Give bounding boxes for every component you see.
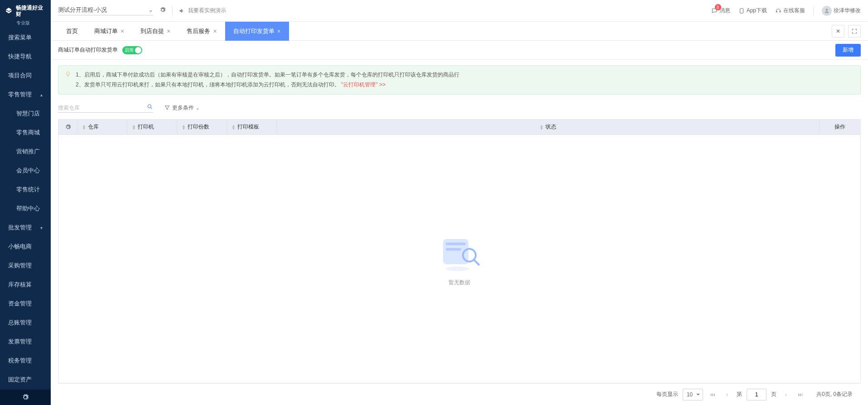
column-header[interactable]: ▲▼状态 (277, 119, 820, 134)
new-button[interactable]: 新增 (835, 44, 861, 57)
sidebar-item[interactable]: 小畅电商 (0, 237, 51, 256)
svg-rect-4 (446, 248, 461, 251)
empty-text: 暂无数据 (448, 279, 470, 286)
sidebar-item[interactable]: 批发管理▾ (0, 218, 51, 237)
sidebar-item[interactable]: 零售统计 (0, 180, 51, 199)
last-page-button[interactable]: ⏭ (796, 390, 805, 400)
close-icon[interactable]: × (213, 28, 217, 35)
brand-edition: 专业版 (0, 20, 51, 26)
info-banner: 1、启用后，商城下单付款成功后（如果有审核是在审核之后），自动打印发货单。如果一… (58, 65, 861, 95)
search-icon[interactable] (147, 104, 153, 111)
sidebar-item[interactable]: 智慧门店 (0, 104, 51, 123)
data-table: ▲▼仓库 ▲▼打印机 ▲▼打印份数 ▲▼打印模板 ▲▼状态 操作 (58, 119, 861, 383)
column-settings-button[interactable] (58, 119, 77, 134)
page-summary: 共0页, 0条记录 (816, 391, 853, 398)
app-download-button[interactable]: App下载 (738, 7, 767, 14)
close-icon[interactable]: × (167, 28, 170, 35)
column-header[interactable]: ▲▼打印模板 (227, 119, 277, 134)
svg-rect-3 (446, 243, 466, 245)
message-badge: 8 (715, 4, 721, 10)
avatar (822, 6, 832, 16)
page-input[interactable] (747, 389, 767, 400)
user-menu[interactable]: 徐泽华修改 (822, 6, 861, 16)
main-area: 测试分开流程-小况 ⌄ 我要看实例演示 8 消息 App下载 (51, 0, 868, 405)
expand-icon (851, 28, 858, 34)
workspace-settings-button[interactable] (159, 7, 166, 14)
notice-line-2: 2、发货单只可用云打印机来打，如果只有本地打印机，须将本地打印机添加为云打印机，… (76, 80, 459, 90)
page-toolbar: 商城订单自动打印发货单 启用 新增 (51, 41, 868, 60)
table-body-empty: 暂无数据 (58, 135, 860, 383)
per-page-label: 每页显示 (656, 391, 678, 398)
tab[interactable]: 售后服务× (178, 22, 225, 41)
chevron-down-icon: ⌄ (196, 105, 199, 110)
sidebar-item[interactable]: 快捷导航 (0, 47, 51, 66)
gear-icon (22, 394, 29, 401)
sidebar-settings-button[interactable] (0, 390, 51, 405)
prev-page-button[interactable]: ‹ (722, 390, 732, 400)
column-header-action: 操作 (820, 119, 860, 134)
first-page-button[interactable]: ⏮ (708, 390, 718, 400)
svg-point-1 (148, 105, 151, 108)
bulb-icon (65, 71, 71, 77)
close-icon[interactable]: × (277, 28, 281, 35)
svg-rect-0 (740, 8, 743, 13)
brand-icon (5, 6, 13, 15)
tab[interactable]: 自动打印发货单× (225, 22, 289, 41)
demo-link[interactable]: 我要看实例演示 (179, 7, 226, 14)
tab[interactable]: 首页 (58, 22, 86, 41)
content: 1、启用后，商城下单付款成功后（如果有审核是在审核之后），自动打印发货单。如果一… (51, 60, 868, 405)
column-header[interactable]: ▲▼仓库 (77, 119, 127, 134)
svg-point-6 (446, 267, 469, 271)
sidebar-item[interactable]: 发票管理 (0, 332, 51, 351)
pagination: 每页显示 10 ⏮ ‹ 第 页 › ⏭ 共0页, 0条记录 (58, 383, 861, 405)
phone-icon (738, 8, 745, 14)
sidebar-item[interactable]: 会员中心 (0, 161, 51, 180)
brand-logo: 畅捷通好业财 (0, 0, 51, 22)
close-icon[interactable]: × (121, 28, 124, 35)
per-page-select[interactable]: 10 (683, 389, 703, 400)
table-header: ▲▼仓库 ▲▼打印机 ▲▼打印份数 ▲▼打印模板 ▲▼状态 操作 (58, 119, 860, 135)
headset-icon (775, 8, 781, 14)
sidebar-item[interactable]: 库存核算 (0, 275, 51, 294)
search-input[interactable] (58, 105, 147, 111)
messages-button[interactable]: 8 消息 (711, 7, 730, 14)
sidebar: 畅捷通好业财 专业版 搜索菜单快捷导航项目合同零售管理▴智慧门店零售商城营销推广… (0, 0, 51, 405)
sidebar-item[interactable]: 总账管理 (0, 313, 51, 332)
chevron-down-icon: ⌄ (149, 7, 153, 13)
sidebar-item[interactable]: 采购管理 (0, 256, 51, 275)
caret-down-icon: ▾ (40, 225, 43, 230)
gear-icon (65, 124, 71, 130)
close-all-tabs-button[interactable]: ✕ (832, 25, 844, 38)
filter-row: 更多条件 ⌄ (58, 103, 861, 113)
cloud-printer-link[interactable]: "云打印机管理" >> (341, 81, 386, 88)
topbar: 测试分开流程-小况 ⌄ 我要看实例演示 8 消息 App下载 (51, 0, 868, 22)
column-header[interactable]: ▲▼打印机 (127, 119, 177, 134)
enable-toggle[interactable]: 启用 (122, 46, 142, 54)
tab[interactable]: 到店自提× (132, 22, 178, 41)
more-filters-button[interactable]: 更多条件 ⌄ (164, 104, 199, 112)
sidebar-item[interactable]: 项目合同 (0, 66, 51, 85)
toggle-label: 商城订单自动打印发货单 (58, 46, 118, 54)
sidebar-item[interactable]: 搜索菜单 (0, 28, 51, 47)
workspace-selector[interactable]: 测试分开流程-小况 ⌄ (58, 6, 153, 15)
sidebar-item[interactable]: 帮助中心 (0, 199, 51, 218)
sidebar-item[interactable]: 税务管理 (0, 351, 51, 370)
empty-illustration (432, 232, 487, 272)
sidebar-item[interactable]: 资金管理 (0, 294, 51, 313)
speaker-icon (179, 8, 185, 14)
column-header[interactable]: ▲▼打印份数 (177, 119, 227, 134)
sidebar-item[interactable]: 零售商城 (0, 123, 51, 142)
sidebar-item[interactable]: 营销推广 (0, 142, 51, 161)
next-page-button[interactable]: › (781, 390, 791, 400)
fullscreen-button[interactable] (848, 25, 861, 38)
caret-up-icon: ▴ (40, 92, 43, 97)
tab-bar: 首页商城订单×到店自提×售后服务×自动打印发货单× ✕ (51, 22, 868, 41)
support-button[interactable]: 在线客服 (775, 7, 805, 14)
filter-icon (164, 105, 170, 111)
sidebar-item[interactable]: 零售管理▴ (0, 85, 51, 104)
notice-line-1: 1、启用后，商城下单付款成功后（如果有审核是在审核之后），自动打印发货单。如果一… (76, 70, 459, 80)
sidebar-item[interactable]: 固定资产 (0, 370, 51, 389)
tab[interactable]: 商城订单× (86, 22, 132, 41)
warehouse-search[interactable] (58, 103, 153, 113)
